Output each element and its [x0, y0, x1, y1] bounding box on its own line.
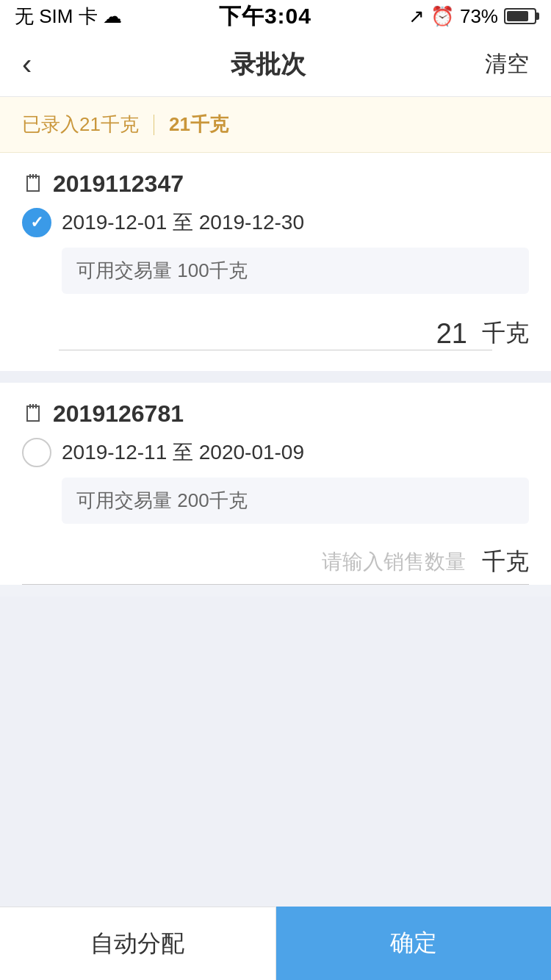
banner-divider — [154, 115, 154, 135]
batch1-radio[interactable] — [22, 208, 51, 237]
confirm-button[interactable]: 确定 — [276, 907, 552, 980]
clear-button[interactable]: 清空 — [470, 49, 529, 79]
batch1-quantity-row: 21 千克 — [0, 309, 551, 350]
batch1-id: 2019112347 — [53, 170, 184, 198]
status-bar: 无 SIM 卡 ☁ 下午3:04 ↗ ⏰ 73% — [0, 0, 551, 32]
page-title: 录批次 — [231, 48, 306, 82]
batch1-underline-wrap — [0, 350, 551, 359]
batch2-quantity-input[interactable] — [22, 550, 466, 574]
recorded-amount: 21千克 — [169, 112, 228, 137]
alarm-icon: ⏰ — [431, 5, 454, 28]
bottom-area — [0, 597, 551, 942]
back-button[interactable]: ‹ — [22, 48, 66, 81]
bottom-buttons: 自动分配 确定 — [0, 907, 551, 980]
section-separator — [0, 371, 551, 383]
batch1-unit: 千克 — [482, 317, 529, 350]
batch1-header: 🗒 2019112347 — [22, 170, 529, 198]
auto-distribute-button[interactable]: 自动分配 — [0, 907, 276, 980]
batch2-underline — [22, 584, 529, 585]
batch1-date: 2019-12-01 至 2019-12-30 — [62, 209, 304, 237]
batch2-id: 2019126781 — [53, 400, 184, 428]
batch1-availability: 可用交易量 100千克 — [62, 248, 529, 294]
batch2-icon: 🗒 — [22, 400, 46, 428]
batch2-header: 🗒 2019126781 — [22, 400, 529, 428]
info-banner: 已录入21千克 21千克 — [0, 97, 551, 153]
status-time: 下午3:04 — [219, 1, 311, 32]
no-sim-label: 无 SIM 卡 ☁ — [15, 4, 122, 29]
batch1-underline — [59, 350, 492, 350]
battery-icon — [504, 8, 536, 24]
recorded-label: 已录入21千克 — [22, 112, 139, 137]
batch1-date-row: 2019-12-01 至 2019-12-30 — [22, 208, 529, 237]
status-left: 无 SIM 卡 ☁ — [15, 4, 122, 29]
battery-percent: 73% — [460, 5, 498, 28]
batch2-date: 2019-12-11 至 2020-01-09 — [62, 439, 304, 466]
batch1-quantity-value: 21 — [436, 318, 467, 350]
status-right: ↗ ⏰ 73% — [408, 5, 536, 28]
nav-bar: ‹ 录批次 清空 — [0, 32, 551, 97]
batch2-unit: 千克 — [482, 546, 529, 578]
batch2-card: 🗒 2019126781 2019-12-11 至 2020-01-09 可用交… — [0, 383, 551, 585]
batch2-radio[interactable] — [22, 438, 51, 467]
batch1-icon: 🗒 — [22, 170, 46, 198]
location-icon: ↗ — [408, 5, 425, 28]
batch2-date-row: 2019-12-11 至 2020-01-09 — [22, 438, 529, 467]
batch1-card: 🗒 2019112347 2019-12-01 至 2019-12-30 可用交… — [0, 153, 551, 371]
batch2-availability: 可用交易量 200千克 — [62, 478, 529, 524]
